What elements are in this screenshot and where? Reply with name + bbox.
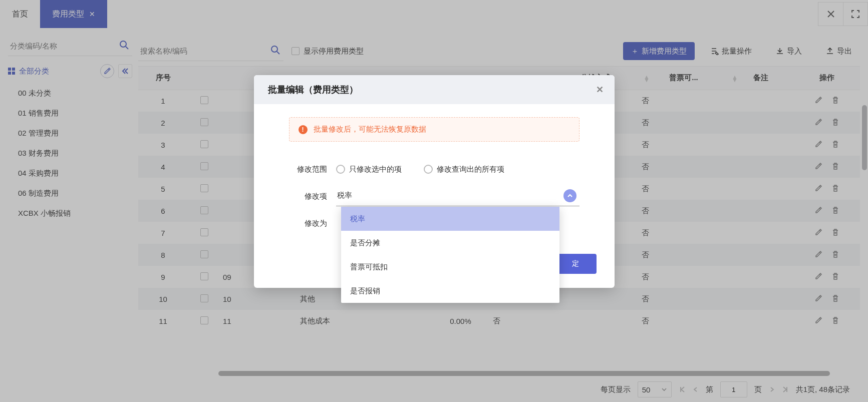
warning-icon: ! [299, 125, 308, 134]
radio-icon [336, 165, 345, 174]
scope-all-label: 修改查询出的所有项 [437, 165, 504, 174]
value-label: 修改为 [289, 219, 327, 228]
confirm-label: 定 [572, 259, 579, 268]
scope-row: 修改范围 只修改选中的项 修改查询出的所有项 [289, 156, 580, 183]
dropdown-option[interactable]: 税率 [341, 207, 559, 231]
modal-close-button[interactable]: ✕ [596, 84, 604, 95]
batch-edit-modal: 批量编辑（费用类型） ✕ ! 批量修改后，可能无法恢复原数据 修改范围 只修改选… [254, 75, 615, 288]
dropdown-option[interactable]: 是否分摊 [341, 231, 559, 255]
confirm-button[interactable]: 定 [554, 254, 597, 274]
alert-text: 批量修改后，可能无法恢复原数据 [314, 125, 426, 134]
dropdown-option[interactable]: 是否报销 [341, 279, 559, 303]
warning-alert: ! 批量修改后，可能无法恢复原数据 [289, 117, 580, 142]
field-value: 税率 [337, 191, 352, 200]
scope-radio-selected[interactable]: 只修改选中的项 [336, 165, 402, 174]
field-label: 修改项 [289, 192, 327, 201]
modal-title: 批量编辑（费用类型） [268, 84, 358, 96]
scope-selected-label: 只修改选中的项 [349, 165, 402, 174]
field-row: 修改项 税率 税率 是否分摊 普票可抵扣 是否报销 [289, 183, 580, 210]
modal-header: 批量编辑（费用类型） ✕ [254, 75, 615, 104]
dropdown-option[interactable]: 普票可抵扣 [341, 255, 559, 279]
modal-body: ! 批量修改后，可能无法恢复原数据 修改范围 只修改选中的项 修改查询出的所有项… [254, 104, 615, 254]
scope-label: 修改范围 [289, 165, 327, 174]
chevron-up-icon [563, 189, 576, 202]
field-select[interactable]: 税率 [336, 186, 580, 206]
field-dropdown: 税率 是否分摊 普票可抵扣 是否报销 [341, 207, 559, 303]
modal-overlay[interactable]: 批量编辑（费用类型） ✕ ! 批量修改后，可能无法恢复原数据 修改范围 只修改选… [0, 0, 868, 402]
scope-radio-all[interactable]: 修改查询出的所有项 [424, 165, 504, 174]
radio-icon [424, 165, 433, 174]
